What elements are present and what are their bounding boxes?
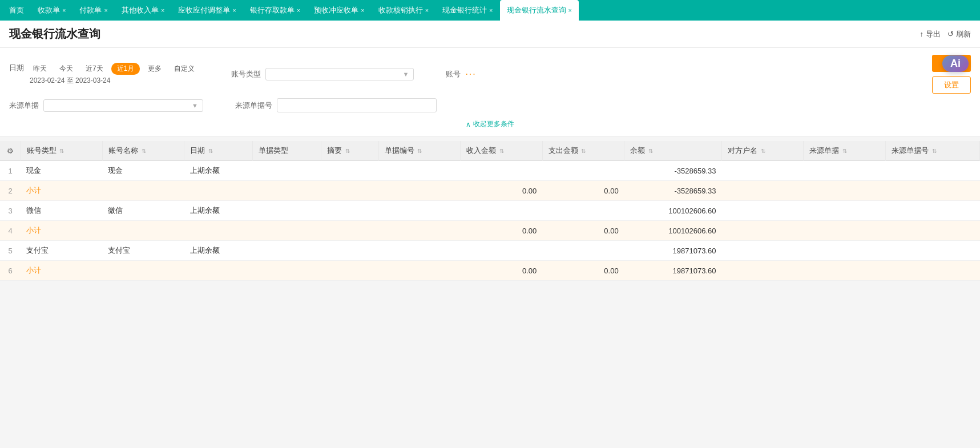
cell-summary <box>321 261 378 281</box>
col-account-type: 账号类型 ⇅ <box>21 141 102 161</box>
sort-account-type-icon[interactable]: ⇅ <box>59 148 64 154</box>
table-row: 3 微信 微信 上期余额 100102606.60 <box>0 201 980 221</box>
nav-item-advance[interactable]: 预收冲应收单 × <box>307 0 371 21</box>
cell-account-name: 支付宝 <box>102 241 184 261</box>
table-row: 2 小计 0.00 0.00 -3528659.33 <box>0 181 980 201</box>
source-doc-select[interactable]: ▼ <box>43 99 203 112</box>
cell-summary <box>321 161 378 181</box>
nav-item-bank-flow[interactable]: 现金银行流水查询 × <box>500 0 579 21</box>
sort-income-icon[interactable]: ⇅ <box>499 148 504 154</box>
nav-item-payment[interactable]: 付款单 × <box>72 0 114 21</box>
col-doc-no: 单据编号 ⇅ <box>378 141 460 161</box>
nav-item-adjust[interactable]: 应收应付调整单 × <box>171 0 243 21</box>
account-ellipsis-button[interactable]: ··· <box>465 69 476 79</box>
nav-item-receipt[interactable]: 收款单 × <box>31 0 72 21</box>
cell-doc-no <box>378 221 460 241</box>
cell-doc-type <box>252 201 321 221</box>
sort-source-doc-icon[interactable]: ⇅ <box>842 148 847 154</box>
date-btn-1month[interactable]: 近1月 <box>111 63 140 75</box>
nav-close-adjust[interactable]: × <box>232 7 236 14</box>
nav-close-other-income[interactable]: × <box>161 7 164 14</box>
date-btn-today[interactable]: 今天 <box>55 63 78 75</box>
cell-source-doc-no <box>885 161 979 181</box>
col-date: 日期 ⇅ <box>184 141 252 161</box>
settings-icon[interactable]: ⚙ <box>7 147 14 155</box>
date-btn-yesterday[interactable]: 昨天 <box>29 63 51 75</box>
nav-item-bank-stats[interactable]: 现金银行统计 × <box>435 0 499 21</box>
refresh-button[interactable]: ↺ 刷新 <box>947 29 971 39</box>
col-source-doc: 来源单据 ⇅ <box>804 141 885 161</box>
export-button[interactable]: ↑ 导出 <box>920 29 941 39</box>
cell-num: 6 <box>0 261 21 281</box>
refresh-icon: ↺ <box>947 30 954 38</box>
nav-item-other-income[interactable]: 其他收入单 × <box>115 0 171 21</box>
sort-date-icon[interactable]: ⇅ <box>208 148 213 154</box>
cell-doc-type <box>252 241 321 261</box>
nav-item-bank-deposit[interactable]: 银行存取款单 × <box>243 0 307 21</box>
date-btn-7days[interactable]: 近7天 <box>81 63 108 75</box>
cell-doc-no <box>378 201 460 221</box>
cell-expense <box>542 201 624 221</box>
table-header-row: ⚙ 账号类型 ⇅ 账号名称 ⇅ 日期 ⇅ 单据类型 摘要 <box>0 141 980 161</box>
nav-close-bank-stats[interactable]: × <box>489 7 493 14</box>
cell-counterparty <box>722 161 804 181</box>
cell-counterparty <box>722 261 804 281</box>
cell-date: 上期余额 <box>184 161 252 181</box>
nav-close-bank-deposit[interactable]: × <box>297 7 300 14</box>
nav-item-verify[interactable]: 收款核销执行 × <box>372 0 435 21</box>
nav-close-advance[interactable]: × <box>361 7 364 14</box>
account-type-arrow-icon: ▼ <box>402 71 409 78</box>
filter-row-source: 来源单据 ▼ 来源单据号 <box>9 98 971 112</box>
cell-doc-type <box>252 221 321 241</box>
sort-summary-icon[interactable]: ⇅ <box>345 148 350 154</box>
nav-close-bank-flow[interactable]: × <box>568 7 572 14</box>
cell-source-doc-no <box>885 261 979 281</box>
account-type-select[interactable]: ▼ <box>265 68 414 80</box>
collapse-arrow-icon: ∧ <box>466 120 471 128</box>
cell-num: 1 <box>0 161 21 181</box>
col-settings[interactable]: ⚙ <box>0 141 21 161</box>
nav-close-payment[interactable]: × <box>104 7 107 14</box>
table-row: 6 小计 0.00 0.00 19871073.60 <box>0 261 980 281</box>
sort-account-name-icon[interactable]: ⇅ <box>142 148 146 154</box>
cell-source-doc-no <box>885 181 979 201</box>
cell-expense: 0.00 <box>542 181 624 201</box>
nav-close-verify[interactable]: × <box>425 7 429 14</box>
top-nav: 首页 收款单 × 付款单 × 其他收入单 × 应收应付调整单 × 银行存取款单 … <box>0 0 980 21</box>
filter-area: 日期 昨天 今天 近7天 近1月 更多 自定义 2023-02-24 至 202… <box>0 48 980 136</box>
cell-counterparty <box>722 221 804 241</box>
nav-close-receipt[interactable]: × <box>62 7 66 14</box>
col-doc-type: 单据类型 <box>252 141 321 161</box>
cell-doc-no <box>378 241 460 261</box>
collapse-bar[interactable]: ∧ 收起更多条件 <box>9 117 971 131</box>
col-expense: 支出金额 ⇅ <box>542 141 624 161</box>
cell-source-doc-no <box>885 221 979 241</box>
source-doc-no-input[interactable] <box>277 98 437 112</box>
cell-num: 3 <box>0 201 21 221</box>
sort-balance-icon[interactable]: ⇅ <box>648 148 653 154</box>
ai-badge[interactable]: Ai <box>942 55 969 72</box>
cell-source-doc <box>804 181 885 201</box>
setting-button[interactable]: 设置 <box>932 76 971 94</box>
cell-account-name <box>102 221 184 241</box>
cell-account-type: 支付宝 <box>21 241 102 261</box>
sort-counterparty-icon[interactable]: ⇅ <box>761 148 765 154</box>
date-btn-custom[interactable]: 自定义 <box>170 63 199 75</box>
nav-item-home[interactable]: 首页 <box>2 0 31 21</box>
date-options: 昨天 今天 近7天 近1月 更多 自定义 <box>29 63 199 75</box>
sort-expense-icon[interactable]: ⇅ <box>581 148 586 154</box>
cell-income <box>461 161 542 181</box>
cell-date: 上期余额 <box>184 241 252 261</box>
cell-balance: -3528659.33 <box>624 181 722 201</box>
cell-account-type: 小计 <box>21 181 102 201</box>
cell-account-type: 小计 <box>21 221 102 241</box>
cell-doc-no <box>378 261 460 281</box>
cell-income <box>461 241 542 261</box>
cell-expense <box>542 161 624 181</box>
cell-expense: 0.00 <box>542 221 624 241</box>
cell-balance: 19871073.60 <box>624 261 722 281</box>
date-btn-more[interactable]: 更多 <box>143 63 166 75</box>
sort-doc-no-icon[interactable]: ⇅ <box>417 148 422 154</box>
sort-source-doc-no-icon[interactable]: ⇅ <box>932 148 937 154</box>
col-account-name: 账号名称 ⇅ <box>102 141 184 161</box>
